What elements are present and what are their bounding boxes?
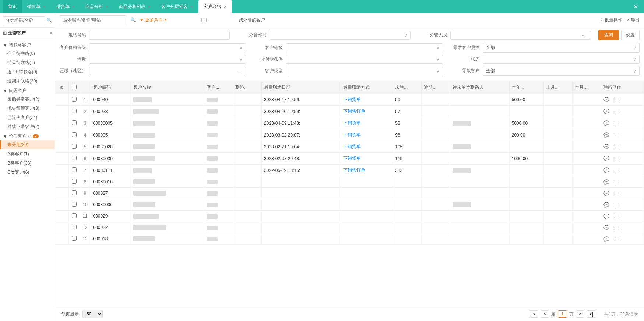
more-actions-icon[interactable]: ⋮⋮ bbox=[612, 236, 621, 242]
retail-attr-select[interactable]: 全部 ∨ bbox=[483, 43, 640, 53]
contact-method-link[interactable]: 下销货单 bbox=[343, 120, 361, 126]
th-no-contact-days[interactable]: 未联... bbox=[393, 81, 422, 94]
row-name[interactable] bbox=[131, 141, 204, 153]
chat-icon[interactable]: 💬 bbox=[603, 214, 609, 219]
more-actions-icon[interactable]: ⋮⋮ bbox=[612, 109, 621, 114]
row-checkbox[interactable] bbox=[68, 233, 80, 245]
close-icon[interactable]: ✕ bbox=[43, 4, 46, 9]
chat-icon[interactable]: 💬 bbox=[603, 236, 609, 242]
chat-icon[interactable]: 💬 bbox=[603, 132, 609, 138]
more-actions-icon[interactable]: ⋮⋮ bbox=[612, 202, 621, 208]
status-select[interactable]: ∨ bbox=[483, 55, 640, 64]
sidebar-item-7days[interactable]: 近7天待联络(0) bbox=[0, 67, 55, 77]
row-checkbox[interactable] bbox=[68, 141, 80, 153]
sidebar-item-tomorrow[interactable]: 明天待联络(1) bbox=[0, 58, 55, 67]
row-select-checkbox[interactable] bbox=[72, 144, 77, 149]
row-checkbox[interactable] bbox=[68, 165, 80, 176]
close-icon[interactable]: ✕ bbox=[148, 4, 151, 9]
row-select-checkbox[interactable] bbox=[72, 202, 77, 207]
row-last-contact-method[interactable] bbox=[341, 222, 393, 233]
row-checkbox[interactable] bbox=[68, 129, 80, 141]
chat-icon[interactable]: 💬 bbox=[603, 144, 609, 149]
th-last-contact-date[interactable]: 最后联络日期 bbox=[262, 81, 341, 94]
row-checkbox[interactable] bbox=[68, 117, 80, 129]
sidebar-item-class-b[interactable]: B类客户(33) bbox=[0, 159, 55, 168]
sidebar-search-input[interactable] bbox=[3, 16, 45, 24]
row-name[interactable]: 拓... bbox=[131, 211, 204, 222]
query-button[interactable]: 查询 bbox=[598, 30, 619, 40]
customer-level-select[interactable]: ∨ bbox=[286, 43, 443, 52]
row-last-contact-method[interactable] bbox=[341, 188, 393, 199]
row-last-contact-method[interactable]: 下销货单 bbox=[341, 117, 393, 129]
chat-icon[interactable]: 💬 bbox=[603, 156, 609, 161]
tab-home[interactable]: 首页 bbox=[3, 0, 22, 13]
row-select-checkbox[interactable] bbox=[72, 97, 77, 102]
more-icon[interactable]: ··· bbox=[235, 68, 243, 74]
th-unit-contact[interactable]: 往来单位联系人 bbox=[450, 81, 510, 94]
th-code[interactable]: 客户编码 bbox=[91, 81, 131, 94]
tab-sales[interactable]: 销售单 ✕ bbox=[22, 0, 51, 13]
row-checkbox[interactable] bbox=[68, 222, 80, 233]
row-last-contact-method[interactable]: 下销售订单 bbox=[341, 165, 393, 176]
reset-button[interactable]: 设置 bbox=[621, 30, 640, 40]
customer-type-select[interactable]: ∨ bbox=[286, 67, 443, 75]
last-page-button[interactable]: >| bbox=[587, 310, 596, 318]
tab-bar-close-icon[interactable]: ✕ bbox=[630, 3, 641, 10]
row-select-checkbox[interactable] bbox=[72, 132, 77, 137]
row-select-checkbox[interactable] bbox=[72, 120, 77, 125]
more-actions-icon[interactable]: ⋮⋮ bbox=[612, 214, 621, 219]
row-select-checkbox[interactable] bbox=[72, 179, 77, 184]
row-select-checkbox[interactable] bbox=[72, 109, 77, 113]
row-name[interactable] bbox=[131, 199, 204, 211]
price-level-select[interactable]: ∨ bbox=[89, 43, 246, 52]
sidebar-item-abnormal[interactable]: 囤购异常客户(2) bbox=[0, 95, 55, 104]
refresh-icon[interactable]: ↺ bbox=[28, 134, 31, 139]
close-icon[interactable]: ✕ bbox=[224, 4, 227, 9]
row-name[interactable]: ...公 bbox=[131, 188, 204, 199]
chat-icon[interactable]: 💬 bbox=[603, 120, 609, 126]
row-checkbox[interactable] bbox=[68, 94, 80, 106]
th-contact[interactable]: 联络... bbox=[233, 81, 262, 94]
row-last-contact-method[interactable] bbox=[341, 176, 393, 188]
th-checkbox[interactable] bbox=[68, 81, 80, 94]
more-actions-icon[interactable]: ⋮⋮ bbox=[612, 191, 621, 196]
th-settings[interactable]: ⚙ bbox=[55, 81, 68, 94]
phone-input[interactable] bbox=[89, 31, 230, 40]
th-overdue[interactable]: 逾期... bbox=[422, 81, 450, 94]
sidebar-item-warning[interactable]: 流失预警客户(3) bbox=[0, 104, 55, 113]
row-select-checkbox[interactable] bbox=[72, 156, 77, 160]
row-last-contact-method[interactable]: 下销货单 bbox=[341, 153, 393, 165]
batch-operation-button[interactable]: ☑ 批量操作 bbox=[599, 17, 622, 23]
row-name[interactable] bbox=[131, 153, 204, 165]
chat-icon[interactable]: 💬 bbox=[603, 97, 609, 102]
group-problem-customers[interactable]: ▼ 问题客户 bbox=[0, 86, 55, 95]
row-select-checkbox[interactable] bbox=[72, 236, 77, 241]
sidebar-item-ungrouped[interactable]: 未分组(32) bbox=[0, 140, 55, 149]
close-icon[interactable]: ✕ bbox=[190, 4, 193, 9]
chat-icon[interactable]: 💬 bbox=[603, 202, 609, 208]
more-actions-icon[interactable]: ⋮⋮ bbox=[612, 120, 621, 126]
row-select-checkbox[interactable] bbox=[72, 225, 77, 229]
all-customers-header[interactable]: ⊞ 全部客户 « bbox=[0, 28, 55, 38]
chat-icon[interactable]: 💬 bbox=[603, 191, 609, 196]
tab-purchase[interactable]: 进货单 ✕ bbox=[51, 0, 80, 13]
contact-method-link[interactable]: 下销货单 bbox=[343, 144, 361, 149]
row-last-contact-method[interactable]: 下销货单 bbox=[341, 141, 393, 153]
more-actions-icon[interactable]: ⋮⋮ bbox=[612, 167, 621, 173]
nature-select[interactable]: ∨ bbox=[89, 55, 246, 64]
row-last-contact-method[interactable]: 下销货单 bbox=[341, 129, 393, 141]
row-last-contact-method[interactable] bbox=[341, 233, 393, 245]
th-last-contact-method[interactable]: 最后联络方式 bbox=[341, 81, 393, 94]
staff-select[interactable]: ··· bbox=[450, 31, 591, 40]
row-name[interactable] bbox=[131, 117, 204, 129]
sidebar-item-today[interactable]: 今天待联络(0) bbox=[0, 49, 55, 58]
sidebar-item-declining[interactable]: 持续下滑客户(2) bbox=[0, 122, 55, 131]
row-last-contact-method[interactable] bbox=[341, 199, 393, 211]
contact-method-link[interactable]: 下销货单 bbox=[343, 97, 361, 102]
page-size-select[interactable]: 50 100 200 bbox=[82, 310, 103, 318]
close-icon[interactable]: ✕ bbox=[105, 4, 109, 9]
sidebar-item-overdue[interactable]: 逾期未联络(30) bbox=[0, 77, 55, 86]
contact-method-link[interactable]: 下销售订单 bbox=[343, 167, 365, 173]
sidebar-item-lost[interactable]: 已流失客户(24) bbox=[0, 113, 55, 122]
sidebar-item-class-a[interactable]: A类客户(1) bbox=[0, 149, 55, 159]
